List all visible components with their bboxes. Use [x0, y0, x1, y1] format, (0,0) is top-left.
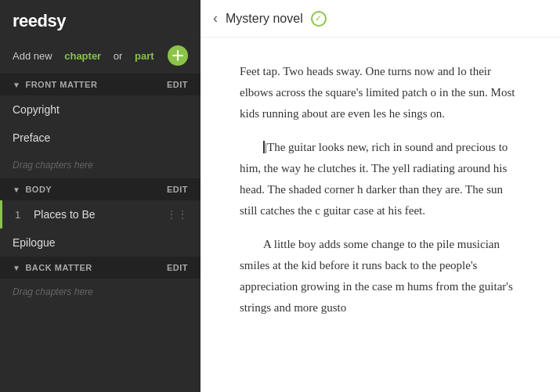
- back-matter-label: BACK MATTER: [25, 263, 92, 272]
- front-matter-label: FRONT MATTER: [25, 80, 97, 89]
- front-matter-edit-button[interactable]: EDIT: [167, 80, 188, 89]
- add-new-button[interactable]: [168, 45, 188, 66]
- sidebar-item-preface[interactable]: Preface: [0, 124, 201, 152]
- back-matter-drag-hint: Drag chapters here: [0, 279, 201, 305]
- check-icon: ✓: [311, 11, 327, 27]
- add-chapter-link[interactable]: chapter: [64, 50, 101, 62]
- text-cursor: |: [263, 141, 267, 153]
- back-matter-chevron[interactable]: ▼: [13, 264, 20, 272]
- sidebar-item-chapter-1[interactable]: 1 Places to Be ⋮⋮: [0, 200, 201, 228]
- drag-handle-icon[interactable]: ⋮⋮: [166, 208, 188, 221]
- main-editor: ‹ Mystery novel ✓ Feet tap. Two heads sw…: [201, 0, 560, 392]
- document-title: Mystery novel: [226, 12, 303, 26]
- paragraph-3: A little boy adds some change to the pil…: [240, 234, 521, 318]
- front-matter-drag-hint: Drag chapters here: [0, 152, 201, 178]
- front-matter-chevron[interactable]: ▼: [13, 81, 20, 89]
- editor-area[interactable]: Feet tap. Two heads sway. One turns now …: [201, 38, 560, 392]
- epilogue-label: Epilogue: [13, 236, 56, 249]
- back-matter-edit-button[interactable]: EDIT: [167, 263, 188, 272]
- preface-label: Preface: [13, 131, 50, 144]
- back-button[interactable]: ‹: [213, 10, 218, 27]
- sidebar-header: reedsy: [0, 0, 201, 41]
- copyright-label: Copyright: [13, 103, 60, 116]
- front-matter-section-header: ▼ FRONT MATTER EDIT: [0, 74, 201, 95]
- back-matter-section-header: ▼ BACK MATTER EDIT: [0, 257, 201, 279]
- add-new-label: Add new: [13, 50, 52, 62]
- chapter-1-title: Places to Be: [34, 208, 158, 221]
- topbar: ‹ Mystery novel ✓: [201, 0, 560, 38]
- body-chevron[interactable]: ▼: [13, 185, 20, 194]
- add-new-row: Add new chapter or part: [0, 41, 201, 74]
- sidebar: reedsy Add new chapter or part ▼ FRONT M…: [0, 0, 201, 392]
- body-label: BODY: [25, 185, 52, 194]
- body-edit-button[interactable]: EDIT: [167, 185, 188, 194]
- add-or-label: or: [114, 50, 123, 62]
- paragraph-2: |The guitar looks new, rich in sound and…: [240, 137, 521, 221]
- paragraph-1: Feet tap. Two heads sway. One turns now …: [240, 61, 521, 124]
- body-section-header: ▼ BODY EDIT: [0, 178, 201, 200]
- sidebar-item-epilogue[interactable]: Epilogue: [0, 228, 201, 257]
- chapter-1-number: 1: [15, 209, 26, 221]
- app-logo: reedsy: [13, 11, 66, 31]
- sidebar-item-copyright[interactable]: Copyright: [0, 95, 201, 124]
- add-part-link[interactable]: part: [135, 50, 154, 62]
